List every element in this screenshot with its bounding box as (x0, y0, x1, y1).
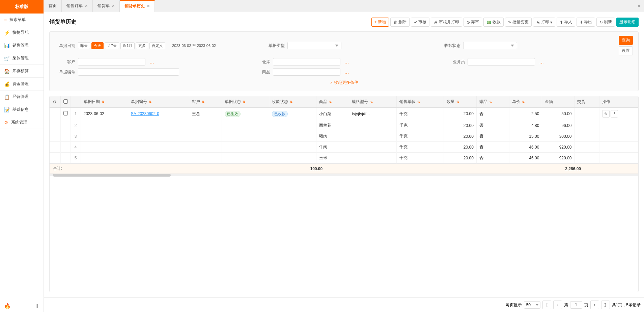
filter-warehouse-label: 仓库 (250, 59, 270, 65)
th-collect-status[interactable]: 收款状态 ⇅ (269, 96, 316, 108)
filter-collect-status-select[interactable] (463, 42, 517, 49)
abandon-button[interactable]: ⊘ 弃审 (464, 18, 482, 27)
td-gift: 否 (476, 131, 509, 142)
delete-button[interactable]: 🗑 删除 (390, 18, 410, 27)
th-doc-date[interactable]: 单据日期 ⇅ (81, 96, 128, 108)
sidebar-item-search-menu[interactable]: ≡ 搜索菜单 (0, 14, 44, 26)
tab-sales-order[interactable]: 销售订单 ✕ (62, 0, 93, 12)
display-detail-button[interactable]: 显示明细 (616, 18, 639, 27)
shortcut-yesterday[interactable]: 昨天 (78, 42, 90, 49)
filter-docno-input[interactable] (78, 68, 179, 76)
tab-close-icon[interactable]: ✕ (147, 4, 150, 8)
scrollbar-thumb[interactable] (53, 174, 171, 177)
tab-close-icon[interactable]: ✕ (85, 4, 88, 8)
sidebar-item-quick-nav[interactable]: ⚡ 快捷导航 (0, 26, 44, 39)
filter-salesperson-input[interactable] (468, 58, 535, 66)
td-doc-no[interactable] (128, 153, 189, 163)
settings-button[interactable]: 设置 (619, 46, 633, 55)
th-doc-status[interactable]: 单据状态 ⇅ (222, 96, 269, 108)
print-button[interactable]: 🖨 打印 ▾ (533, 18, 555, 27)
td-amount: 920.00 (542, 153, 575, 163)
th-unit-price[interactable]: 单价 ⇅ (509, 96, 542, 108)
tab-bar: 首页 销售订单 ✕ 销货单 ✕ 销货单历史 ✕ ✕ (44, 0, 644, 12)
select-all-checkbox[interactable] (63, 99, 68, 104)
import-button[interactable]: ⬆ 导入 (557, 18, 575, 27)
filter-doc-type-select[interactable] (287, 42, 341, 49)
warehouse-dots-icon[interactable]: … (344, 59, 349, 64)
sidebar-item-ops-mgmt[interactable]: 📋 经营管理 (0, 90, 44, 103)
scrollbar-track[interactable] (50, 174, 638, 176)
td-doc-date (81, 142, 128, 153)
th-row-no (71, 96, 81, 108)
sidebar-item-purchase-mgmt[interactable]: 🛒 采购管理 (0, 52, 44, 65)
sidebar-item-finance-mgmt[interactable]: 💰 资金管理 (0, 78, 44, 90)
th-spec-type[interactable]: 规格型号 ⇅ (349, 96, 396, 108)
filter-goods-input[interactable] (273, 68, 340, 76)
sidebar-collapse-icon[interactable]: 🔥 (4, 303, 11, 309)
sidebar-item-sales-mgmt[interactable]: 📊 销售管理 (0, 39, 44, 52)
search-menu-icon: ≡ (4, 17, 7, 23)
collect-button[interactable]: 💵 收款 (483, 18, 504, 27)
action-more-icon[interactable]: ⋮ (611, 110, 618, 118)
sidebar-item-basic-info[interactable]: 📝 基础信息 (0, 103, 44, 116)
row-checkbox[interactable] (63, 111, 68, 115)
sidebar-pause-icon[interactable]: ⏸ (34, 303, 39, 309)
customer-dots-icon[interactable]: … (149, 59, 154, 64)
td-check[interactable] (60, 120, 71, 131)
th-quantity[interactable]: 数量 ⇅ (444, 96, 476, 108)
shortcut-today[interactable]: 今天 (91, 42, 104, 49)
tab-close-icon[interactable]: ✕ (112, 4, 115, 8)
page-next-button[interactable]: › (590, 301, 599, 309)
td-check[interactable] (60, 131, 71, 142)
tab-bar-end[interactable]: ✕ (634, 4, 644, 8)
td-settings (50, 131, 60, 142)
td-goods: 西兰花 (316, 120, 349, 131)
th-doc-no[interactable]: 单据编号 ⇅ (128, 96, 189, 108)
tab-sales-goods[interactable]: 销货单 ✕ (93, 0, 120, 12)
filter-customer-label: 客户 (55, 59, 75, 65)
per-page-select[interactable]: 50 20 100 (524, 301, 540, 309)
td-doc-no[interactable]: SA-20230602-0 (128, 108, 189, 120)
th-goods[interactable]: 商品 ⇅ (316, 96, 349, 108)
tab-sales-history[interactable]: 销货单历史 ✕ (120, 0, 155, 12)
th-sales-unit[interactable]: 销售单位 ⇅ (396, 96, 444, 108)
shortcut-1month[interactable]: 近1月 (120, 42, 135, 49)
td-doc-no[interactable] (128, 142, 189, 153)
th-settings[interactable]: ⚙ (50, 96, 60, 108)
page-prev-button[interactable]: ‹ (553, 301, 562, 309)
audit-print-button[interactable]: 🖨 审核并打印 (431, 18, 462, 27)
shortcut-7days[interactable]: 近7天 (105, 42, 119, 49)
td-doc-no[interactable] (128, 131, 189, 142)
new-button[interactable]: + 新增 (371, 18, 389, 27)
shortcut-more[interactable]: 更多 (136, 42, 148, 49)
audit-button[interactable]: ✔ 审核 (411, 18, 429, 27)
sidebar-item-sys-mgmt[interactable]: ⚙ 系统管理 (0, 116, 44, 129)
td-check[interactable] (60, 142, 71, 153)
salesperson-dots-icon[interactable]: … (539, 59, 544, 64)
query-button[interactable]: 查询 (619, 36, 633, 45)
th-gift[interactable]: 赠品 ⇅ (476, 96, 509, 108)
action-edit-icon[interactable]: ✎ (602, 110, 610, 118)
sales-mgmt-icon: 📊 (4, 43, 10, 48)
td-check[interactable] (60, 153, 71, 163)
filter-goods-label: 商品 (250, 69, 270, 75)
shortcut-custom[interactable]: 自定义 (149, 42, 165, 49)
th-check[interactable] (60, 96, 71, 108)
batch-change-button[interactable]: ✎ 批量变更 (505, 18, 532, 27)
page-number-input[interactable] (570, 301, 582, 309)
page-first-button[interactable]: ⟪ (542, 301, 551, 309)
refresh-button[interactable]: ↻ 刷新 (596, 18, 615, 27)
filter-customer-input[interactable] (78, 58, 145, 66)
filter-warehouse-input[interactable] (273, 58, 340, 66)
tab-home[interactable]: 首页 (44, 0, 62, 12)
td-transaction (575, 142, 599, 153)
export-button[interactable]: ⬇ 导出 (577, 18, 595, 27)
goods-dots-icon[interactable]: … (344, 69, 349, 75)
td-doc-no[interactable] (128, 120, 189, 131)
sidebar-item-inventory[interactable]: 🏠 库存核算 (0, 65, 44, 78)
filter-collect-status-item: 收款状态 (440, 42, 609, 49)
th-customer[interactable]: 客户 ⇅ (189, 96, 222, 108)
collapse-filter-button[interactable]: ∧ 收起更多条件 (55, 78, 633, 87)
td-check[interactable] (60, 108, 71, 120)
page-last-button[interactable]: ⟫ (601, 301, 610, 309)
